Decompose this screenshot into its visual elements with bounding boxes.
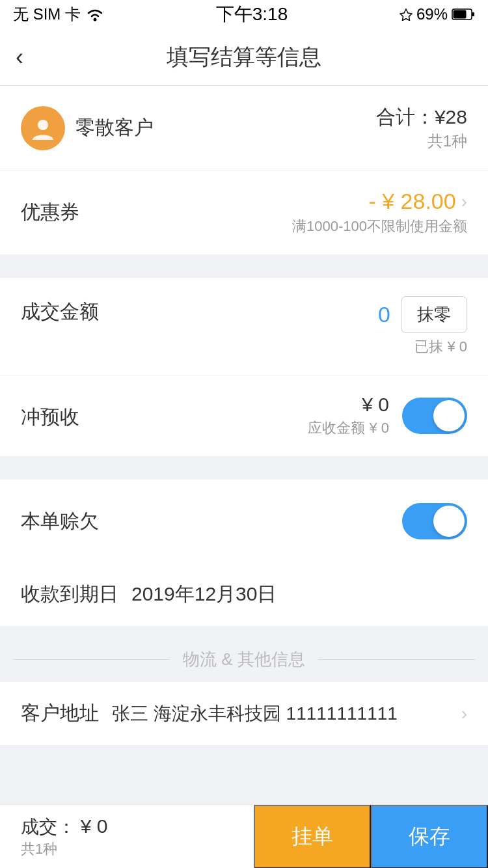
prepayment-sub: 应收金额 ¥ 0: [308, 418, 389, 438]
deal-amount-row: 成交金额 0 抹零 已抹 ¥ 0: [0, 278, 488, 375]
customer-total: 合计：¥28 共1种: [376, 104, 467, 152]
wifi-icon: [86, 7, 104, 21]
coupon-desc: 满1000-100不限制使用金额: [292, 217, 467, 236]
divider-line-left: [13, 659, 170, 660]
address-label: 客户地址: [21, 700, 99, 727]
toggle-knob: [433, 400, 465, 431]
deal-amount-controls: 0 抹零: [351, 296, 467, 333]
status-bar: 无 SIM 卡 下午3:18 69%: [0, 0, 488, 29]
coupon-right: - ¥ 28.00 › 满1000-100不限制使用金额: [292, 189, 467, 236]
prepayment-toggle[interactable]: [402, 398, 467, 434]
save-button[interactable]: 保存: [371, 805, 488, 869]
section-divider-2: [0, 467, 488, 480]
bottom-deal-line: 成交： ¥ 0: [21, 815, 233, 839]
bottom-deal-label: 成交：: [21, 817, 75, 837]
pending-button[interactable]: 挂单: [254, 805, 371, 869]
address-section: 客户地址 张三 海淀永丰科技园 11111111111 ›: [0, 682, 488, 745]
debt-label: 本单赊欠: [21, 508, 99, 535]
debt-toggle[interactable]: [402, 503, 467, 539]
duedate-row: 收款到期日 2019年12月30日: [0, 563, 488, 626]
debt-section: 本单赊欠 收款到期日 2019年12月30日: [0, 480, 488, 626]
duedate-label: 收款到期日: [21, 581, 118, 608]
coupon-top: - ¥ 28.00 ›: [368, 189, 467, 214]
deal-amount-label: 成交金额: [21, 296, 99, 325]
svg-rect-3: [454, 10, 467, 19]
nav-bar: ‹ 填写结算等信息: [0, 29, 488, 86]
address-row[interactable]: 客户地址 张三 海淀永丰科技园 11111111111 ›: [0, 682, 488, 745]
page-title: 填写结算等信息: [167, 42, 321, 72]
total-count: 共1种: [376, 131, 467, 152]
customer-row: 零散客户 合计：¥28 共1种: [0, 86, 488, 170]
total-amount: 合计：¥28: [376, 104, 467, 131]
prepayment-label: 冲预收: [21, 401, 79, 431]
prepayment-amount: ¥ 0: [308, 394, 389, 416]
section-divider-1: [0, 265, 488, 278]
status-time: 下午3:18: [216, 2, 288, 27]
sim-status: 无 SIM 卡: [13, 4, 81, 25]
deal-amount-input[interactable]: 0: [351, 302, 390, 327]
back-button[interactable]: ‹: [16, 44, 23, 71]
coupon-row[interactable]: 优惠券 - ¥ 28.00 › 满1000-100不限制使用金额: [0, 170, 488, 254]
status-right: 69%: [400, 5, 475, 23]
bottom-info: 成交： ¥ 0 共1种: [0, 815, 254, 859]
divider-line-right: [318, 659, 475, 660]
bottom-deal-amount: ¥ 0: [81, 815, 108, 837]
address-chevron-icon: ›: [461, 703, 467, 724]
round-zero-button[interactable]: 抹零: [401, 296, 467, 333]
location-icon: [400, 8, 413, 21]
customer-name: 零散客户: [75, 115, 154, 141]
status-left: 无 SIM 卡: [13, 4, 104, 25]
transaction-section: 成交金额 0 抹零 已抹 ¥ 0 冲预收 ¥ 0 应收金额 ¥ 0: [0, 278, 488, 456]
debt-row: 本单赊欠: [0, 480, 488, 563]
bottom-bar: 成交： ¥ 0 共1种 挂单 保存: [0, 804, 488, 868]
customer-info: 零散客户: [21, 106, 154, 150]
coupon-discount: - ¥ 28.00: [368, 189, 455, 214]
battery-icon: [452, 8, 475, 21]
duedate-value: 2019年12月30日: [131, 581, 277, 608]
coupon-chevron-icon: ›: [461, 191, 467, 212]
logistics-divider: 物流 & 其他信息: [0, 636, 488, 682]
customer-avatar: [21, 106, 65, 150]
address-value: 张三 海淀永丰科技园 11111111111: [112, 701, 461, 726]
svg-rect-2: [472, 12, 474, 16]
coupon-label: 优惠券: [21, 199, 79, 226]
svg-point-4: [38, 120, 48, 130]
svg-point-0: [94, 18, 97, 21]
debt-toggle-knob: [433, 506, 465, 537]
logistics-label: 物流 & 其他信息: [183, 648, 305, 671]
deal-amount-sub: 已抹 ¥ 0: [351, 337, 467, 357]
user-icon: [30, 115, 56, 141]
customer-section: 零散客户 合计：¥28 共1种 优惠券 - ¥ 28.00 › 满1000-10…: [0, 86, 488, 254]
bottom-count: 共1种: [21, 839, 233, 859]
prepayment-row: 冲预收 ¥ 0 应收金额 ¥ 0: [0, 375, 488, 456]
battery-percent: 69%: [416, 5, 448, 23]
